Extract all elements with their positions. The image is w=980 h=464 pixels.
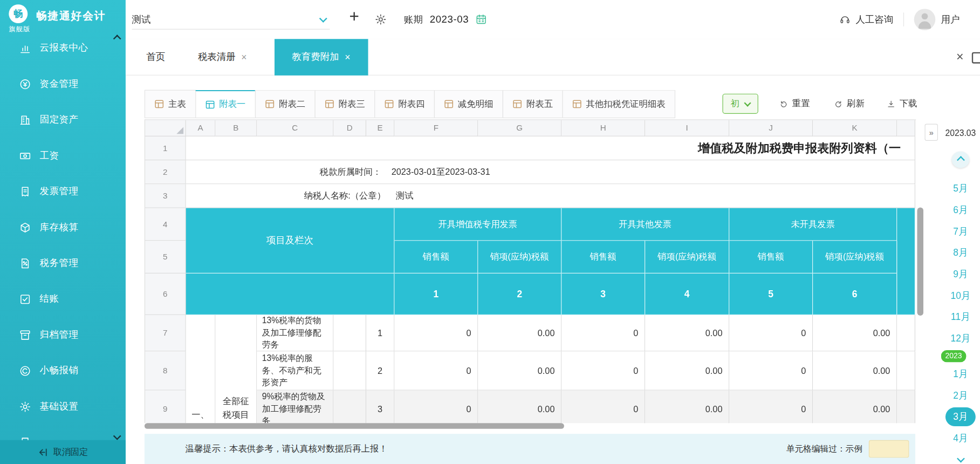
scroll-months-down-icon[interactable] — [958, 453, 963, 464]
month-item[interactable]: 5月 — [941, 178, 980, 200]
cell-value[interactable]: 0 — [561, 315, 645, 352]
cell-value[interactable]: 0 — [394, 391, 478, 424]
sheet-tab-other-vouchers[interactable]: 其他扣税凭证明细表 — [562, 90, 675, 118]
month-item[interactable]: 10月 — [941, 285, 980, 306]
month-item[interactable]: 6月 — [941, 199, 980, 221]
close-all-tabs-icon[interactable]: × — [956, 50, 964, 64]
header-item-col: 项目及栏次 — [186, 208, 395, 274]
cell-empty[interactable] — [333, 391, 366, 424]
cell-section[interactable]: 一、 — [186, 315, 216, 423]
row-number: 7 — [145, 315, 186, 352]
vertical-scrollbar[interactable] — [917, 208, 924, 316]
cell-line-no[interactable]: 1 — [366, 315, 394, 352]
month-item[interactable]: 12月 — [941, 327, 980, 349]
cell-desc[interactable]: 13%税率的服务、不动产和无形资产 — [257, 351, 333, 390]
cell-value[interactable]: 0 — [729, 315, 813, 352]
download-icon — [886, 99, 895, 108]
collapse-panel-button[interactable]: » — [924, 124, 937, 141]
tab-tax-register[interactable]: 税表清册 × — [193, 39, 252, 76]
cell-value[interactable]: 0.00 — [645, 391, 729, 424]
sidebar-item-closing[interactable]: 结账 — [0, 281, 126, 317]
sheet-tab-schedule3[interactable]: 附表三 — [315, 90, 375, 118]
cell-group[interactable]: 全部征税项目 — [216, 315, 257, 423]
tab-home[interactable]: 首页 — [141, 39, 170, 76]
cell-clipped[interactable] — [897, 351, 915, 390]
period-filter-dropdown[interactable]: 初 — [722, 94, 758, 114]
cell-value[interactable]: 0 — [561, 391, 645, 424]
unpin-button[interactable]: 取消固定 — [0, 440, 126, 464]
tab-education-surcharge[interactable]: 教育费附加 × — [275, 39, 368, 76]
sheet-tab-schedule1[interactable]: 附表一 — [195, 90, 256, 118]
month-item[interactable]: 8月 — [941, 242, 980, 264]
sheet-tab-schedule5[interactable]: 附表五 — [503, 90, 563, 118]
sheet-tab-main[interactable]: 主表 — [145, 90, 196, 118]
sheet-tabs: 主表 附表一 附表二 附表三 附表四 减免明细 附表五 其他扣税凭证明细表 — [145, 90, 675, 118]
add-button[interactable]: + — [349, 8, 359, 25]
cell-value[interactable]: 0.00 — [813, 315, 897, 352]
month-item[interactable]: 9月 — [941, 263, 980, 285]
cell-value[interactable]: 0 — [394, 351, 478, 390]
cell-value[interactable]: 0.00 — [478, 315, 561, 352]
support-button[interactable]: 人工咨询 — [839, 13, 893, 25]
cell-line-no[interactable]: 3 — [366, 391, 394, 424]
row-number: 8 — [145, 351, 186, 390]
header-line-number: 2 — [478, 274, 561, 315]
month-item[interactable]: 11月 — [941, 306, 980, 328]
cell-desc[interactable]: 9%税率的货物及加工修理修配劳务 — [257, 391, 333, 424]
sidebar-item-cloud-reports[interactable]: 云报表中心 — [0, 30, 126, 66]
sheet-tab-schedule4[interactable]: 附表四 — [374, 90, 435, 118]
sidebar-item-invoices[interactable]: 发票管理 — [0, 174, 126, 209]
period-value[interactable]: 2023-03 — [430, 14, 469, 25]
month-item[interactable]: 2月 — [941, 385, 980, 406]
month-item[interactable]: 4月 — [941, 427, 980, 449]
cell-value[interactable]: 0.00 — [478, 391, 561, 424]
cell-empty[interactable] — [333, 351, 366, 390]
refresh-button[interactable]: 刷新 — [834, 94, 865, 114]
cell-line-no[interactable]: 2 — [366, 351, 394, 390]
close-tab-icon[interactable]: × — [345, 52, 350, 63]
topbar-right: 人工咨询 用户 — [839, 0, 960, 39]
close-tab-icon[interactable]: × — [241, 52, 246, 63]
sheet-tab-schedule2[interactable]: 附表二 — [255, 90, 316, 118]
settings-gear-icon[interactable] — [374, 13, 387, 28]
cell-value[interactable]: 0 — [561, 351, 645, 390]
account-select[interactable]: 测试 — [132, 10, 330, 30]
sheet-corner[interactable] — [145, 120, 186, 137]
building-icon — [19, 113, 31, 126]
tab-list-icon[interactable] — [972, 52, 980, 64]
month-item[interactable]: 1月 — [941, 364, 980, 385]
header-line-number: 1 — [394, 274, 478, 315]
sheet-tab-reduction-detail[interactable]: 减免明细 — [434, 90, 503, 118]
cell-clipped[interactable] — [897, 391, 915, 424]
month-item[interactable]: 7月 — [941, 221, 980, 242]
sidebar-item-settings[interactable]: 基础设置 — [0, 388, 126, 424]
collapse-months-button[interactable] — [952, 152, 970, 168]
cell-clipped[interactable] — [897, 315, 915, 352]
horizontal-scrollbar[interactable] — [145, 423, 564, 428]
sidebar-item-funds[interactable]: 资金管理 — [0, 66, 126, 101]
cell-value[interactable]: 0.00 — [813, 351, 897, 390]
user-menu[interactable]: 用户 — [941, 13, 960, 25]
cell-value[interactable]: 0.00 — [478, 351, 561, 390]
sidebar-item-payroll[interactable]: 工资 — [0, 138, 126, 173]
sidebar-item-tax[interactable]: 税务管理 — [0, 245, 126, 281]
download-button[interactable]: 下载 — [886, 94, 917, 114]
cell-value[interactable]: 0.00 — [645, 351, 729, 390]
cell-value[interactable]: 0.00 — [813, 391, 897, 424]
sheet-icon — [444, 99, 453, 108]
cell-empty[interactable] — [333, 315, 366, 352]
sidebar-item-inventory[interactable]: 库存核算 — [0, 209, 126, 245]
calendar-icon[interactable] — [476, 14, 487, 25]
sidebar-item-fixed-assets[interactable]: 固定资产 — [0, 102, 126, 138]
cell-value[interactable]: 0.00 — [645, 315, 729, 352]
gear-icon — [19, 400, 31, 413]
reset-button[interactable]: 重置 — [779, 94, 810, 114]
cell-value[interactable]: 0 — [394, 315, 478, 352]
sidebar-item-reimburse[interactable]: 小畅报销 — [0, 353, 126, 388]
month-item-active[interactable]: 3月 — [945, 407, 976, 426]
avatar[interactable] — [914, 9, 936, 30]
cell-desc[interactable]: 13%税率的货物及加工修理修配劳务 — [257, 315, 333, 352]
sidebar-item-archive[interactable]: 归档管理 — [0, 317, 126, 352]
cell-value[interactable]: 0 — [729, 351, 813, 390]
cell-value[interactable]: 0 — [729, 391, 813, 424]
